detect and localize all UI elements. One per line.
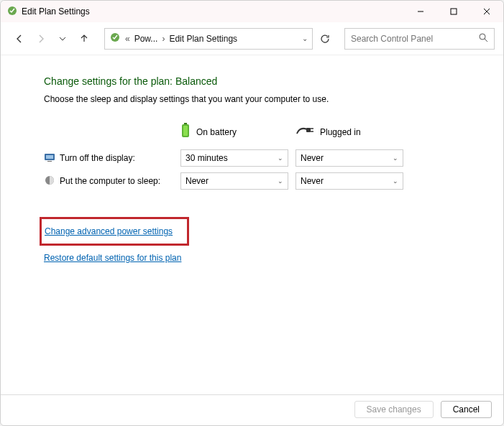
power-plan-icon <box>109 32 121 45</box>
power-plan-icon <box>6 5 18 19</box>
display-label: Turn off the display: <box>60 153 135 163</box>
search-input[interactable] <box>351 34 478 44</box>
sleep-plugged-select[interactable]: Never ⌄ <box>295 172 403 190</box>
content-area: Change settings for the plan: Balanced C… <box>1 55 503 263</box>
display-row: Turn off the display: 30 minutes ⌄ Never… <box>44 149 411 167</box>
refresh-button[interactable] <box>314 28 336 50</box>
maximize-button[interactable] <box>437 1 470 22</box>
display-battery-value: 30 minutes <box>185 153 228 163</box>
recent-dropdown[interactable] <box>52 29 73 49</box>
up-button[interactable] <box>74 29 94 49</box>
advanced-settings-link[interactable]: Change advanced power settings <box>45 226 173 236</box>
save-button[interactable]: Save changes <box>354 401 434 418</box>
sleep-icon <box>44 175 55 188</box>
display-plugged-value: Never <box>301 153 324 163</box>
links-area: Change advanced power settings Restore d… <box>44 217 489 263</box>
svg-point-6 <box>480 34 485 40</box>
back-button[interactable] <box>9 29 29 49</box>
sleep-plugged-value: Never <box>301 176 324 186</box>
svg-rect-2 <box>451 9 457 14</box>
page-heading: Change settings for the plan: Balanced <box>44 75 489 87</box>
window-title: Edit Plan Settings <box>22 6 90 17</box>
highlight-annotation: Change advanced power settings <box>40 217 189 246</box>
cancel-button[interactable]: Cancel <box>441 401 492 418</box>
svg-rect-16 <box>47 161 52 162</box>
breadcrumb-sep-icon: « <box>125 34 130 44</box>
svg-line-7 <box>485 39 487 42</box>
sleep-battery-select[interactable]: Never ⌄ <box>180 172 288 190</box>
battery-icon <box>180 123 191 141</box>
chevron-down-icon: ⌄ <box>393 177 398 185</box>
breadcrumb-parent[interactable]: Pow... <box>134 34 158 44</box>
display-battery-select[interactable]: 30 minutes ⌄ <box>180 149 288 167</box>
sleep-row: Put the computer to sleep: Never ⌄ Never… <box>44 172 411 190</box>
svg-rect-10 <box>183 126 188 136</box>
chevron-right-icon: › <box>162 34 165 44</box>
forward-button[interactable] <box>31 29 51 49</box>
search-box[interactable] <box>344 28 495 50</box>
minimize-button[interactable] <box>404 1 437 22</box>
svg-rect-8 <box>184 123 187 124</box>
footer: Save changes Cancel <box>1 394 503 425</box>
restore-defaults-link[interactable]: Restore default settings for this plan <box>44 253 181 263</box>
navbar: « Pow... › Edit Plan Settings ⌄ <box>1 22 503 55</box>
page-subtext: Choose the sleep and display settings th… <box>44 94 489 104</box>
breadcrumb-current[interactable]: Edit Plan Settings <box>169 34 237 44</box>
col-plugged-label: Plugged in <box>320 127 361 137</box>
display-plugged-select[interactable]: Never ⌄ <box>295 149 403 167</box>
breadcrumb[interactable]: « Pow... › Edit Plan Settings ⌄ <box>104 28 313 50</box>
sleep-label: Put the computer to sleep: <box>60 176 160 186</box>
display-icon <box>44 152 55 165</box>
plug-icon <box>295 125 314 139</box>
titlebar: Edit Plan Settings <box>1 1 503 22</box>
chevron-down-icon: ⌄ <box>278 177 283 185</box>
breadcrumb-dropdown-icon[interactable]: ⌄ <box>302 34 308 42</box>
close-button[interactable] <box>470 1 503 22</box>
sleep-battery-value: Never <box>185 176 209 186</box>
svg-rect-11 <box>306 128 311 132</box>
settings-table: On battery Plugged in <box>44 117 411 195</box>
search-icon[interactable] <box>478 32 488 45</box>
chevron-down-icon: ⌄ <box>393 154 398 162</box>
col-battery-label: On battery <box>196 127 237 137</box>
chevron-down-icon: ⌄ <box>278 154 283 162</box>
edit-plan-window: Edit Plan Settings <box>0 0 504 426</box>
svg-rect-15 <box>46 155 53 159</box>
